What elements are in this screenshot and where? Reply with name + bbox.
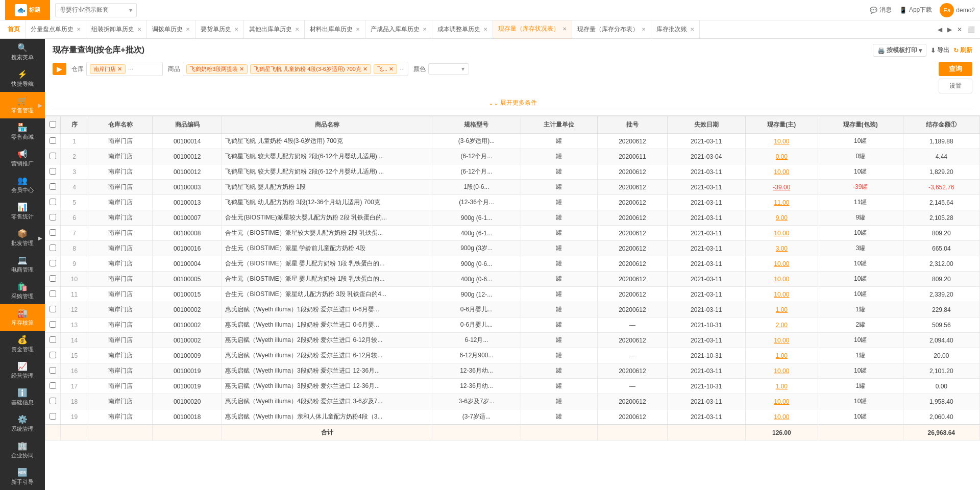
sidebar-item-retail-mgmt[interactable]: 🛒 零售管理 ▶ (0, 92, 45, 118)
close-icon[interactable]: ✕ (423, 27, 427, 32)
sidebar-item-retail-stats[interactable]: 📊 零售统计 (0, 198, 45, 225)
sidebar-item-marketing[interactable]: 📢 营销推广 (0, 145, 45, 172)
cell-check[interactable] (45, 333, 61, 348)
tab-disassemble[interactable]: 组装拆卸单历史 ✕ (86, 20, 147, 39)
close-icon[interactable]: ✕ (137, 27, 141, 32)
row-checkbox[interactable] (50, 137, 56, 144)
row-checkbox[interactable] (50, 352, 56, 358)
close-icon[interactable]: ✕ (295, 27, 299, 32)
sidebar-item-operations[interactable]: 📈 经营管理 (0, 357, 45, 384)
close-icon[interactable]: ✕ (483, 27, 487, 32)
sidebar-item-wholesale[interactable]: 📦 批发管理 ▶ (0, 225, 45, 251)
cell-stock-main[interactable]: 9.00 (745, 210, 818, 226)
tab-split-inventory[interactable]: 分量盘点单历史 ✕ (26, 20, 86, 39)
refresh-btn[interactable]: ↻ 刷新 (953, 44, 972, 57)
template-print-btn[interactable]: 🖨️ 按模板打印 ▾ (873, 44, 926, 57)
cell-check[interactable] (45, 409, 61, 425)
cell-stock-main[interactable]: 0.00 (745, 149, 818, 164)
row-checkbox[interactable] (50, 183, 56, 190)
cell-stock-main[interactable]: 10.00 (745, 164, 818, 180)
messages-btn[interactable]: 💬 消息 (870, 6, 892, 14)
cell-check[interactable] (45, 363, 61, 379)
cell-stock-main[interactable]: 10.00 (745, 333, 818, 348)
cell-check[interactable] (45, 226, 61, 241)
settings-btn[interactable]: 设置 (939, 79, 972, 93)
cell-check[interactable] (45, 195, 61, 210)
sidebar-item-new-guide[interactable]: 🆕 新手引导 (0, 463, 45, 490)
expand-filter-btn[interactable]: ▶ (53, 63, 66, 75)
cell-stock-main[interactable]: 10.00 (745, 272, 818, 287)
tab-cost-adjust[interactable]: 成本调整单历史 ✕ (432, 20, 493, 39)
cell-check[interactable] (45, 287, 61, 302)
close-icon[interactable]: ✕ (690, 27, 694, 32)
user-avatar-area[interactable]: Ea demo2 (940, 3, 975, 17)
close-icon[interactable]: ✕ (642, 27, 646, 32)
cell-stock-main[interactable]: 10.00 (745, 226, 818, 241)
cell-stock-main[interactable]: 2.00 (745, 317, 818, 333)
tab-requisition[interactable]: 要货单历史 ✕ (195, 20, 244, 39)
cell-stock-main[interactable]: 11.00 (745, 195, 818, 210)
row-checkbox[interactable] (50, 382, 56, 389)
sidebar-item-quicknav[interactable]: ⚡ 快捷导航 (0, 65, 45, 92)
warehouse-tags[interactable]: 南岸门店 ✕ ··· (86, 62, 163, 76)
sidebar-item-sys-mgmt[interactable]: ⚙️ 系统管理 (0, 410, 45, 437)
warehouse-more-btn[interactable]: ··· (128, 65, 133, 72)
row-checkbox[interactable] (50, 153, 56, 159)
cell-check[interactable] (45, 134, 61, 149)
cell-check[interactable] (45, 210, 61, 226)
row-checkbox[interactable] (50, 214, 56, 220)
close-icon[interactable]: ✕ (186, 27, 190, 32)
sidebar-item-ecom[interactable]: 💻 电商管理 (0, 251, 45, 278)
row-checkbox[interactable] (50, 398, 56, 404)
sidebar-item-search[interactable]: 🔍 搜索英单 (0, 39, 45, 65)
cell-check[interactable] (45, 348, 61, 363)
cell-stock-main[interactable]: 1.00 (745, 379, 818, 394)
row-checkbox[interactable] (50, 413, 56, 420)
logo[interactable]: 🐟 标题 (5, 0, 50, 20)
cell-stock-main[interactable]: 10.00 (745, 256, 818, 272)
query-btn[interactable]: 查询 (939, 62, 972, 76)
tab-prev-btn[interactable]: ◀ (935, 26, 945, 33)
cell-stock-main[interactable]: -39.00 (745, 180, 818, 195)
row-checkbox[interactable] (50, 336, 56, 343)
row-checkbox[interactable] (50, 306, 56, 312)
tag-close-icon[interactable]: ✕ (239, 66, 244, 72)
cell-stock-main[interactable]: 10.00 (745, 287, 818, 302)
row-checkbox[interactable] (50, 290, 56, 297)
color-input[interactable]: ▾ (428, 63, 469, 75)
tab-material-out[interactable]: 材料出库单历史 ✕ (305, 20, 365, 39)
tab-close-all-btn[interactable]: ✕ (954, 26, 965, 33)
tab-other-out[interactable]: 其他出库单历史 ✕ (244, 20, 305, 39)
col-header-check[interactable] (45, 116, 61, 134)
sidebar-item-base-info[interactable]: ℹ️ 基础信息 (0, 384, 45, 410)
cell-stock-main[interactable]: 10.00 (745, 394, 818, 409)
tag-close-icon[interactable]: ✕ (363, 66, 368, 72)
cell-check[interactable] (45, 379, 61, 394)
close-icon[interactable]: ✕ (77, 27, 81, 32)
row-checkbox[interactable] (50, 244, 56, 251)
row-checkbox[interactable] (50, 367, 56, 374)
product-more-btn[interactable]: ··· (400, 65, 405, 72)
cell-check[interactable] (45, 164, 61, 180)
tab-transfer[interactable]: 调拨单历史 ✕ (147, 20, 195, 39)
cell-stock-main[interactable]: 10.00 (745, 409, 818, 425)
cell-stock-main[interactable]: 1.00 (745, 348, 818, 363)
cell-check[interactable] (45, 317, 61, 333)
tab-stock-status[interactable]: 现存量（库存状况表） ✕ (493, 20, 572, 39)
row-checkbox[interactable] (50, 321, 56, 328)
cell-check[interactable] (45, 394, 61, 409)
tab-next-btn[interactable]: ▶ (945, 26, 954, 33)
sidebar-item-inventory[interactable]: 🏭 库存核算 (0, 304, 45, 331)
row-checkbox[interactable] (50, 199, 56, 205)
row-checkbox[interactable] (50, 168, 56, 175)
tab-batch-ledger[interactable]: 库存批次账 ✕ (651, 20, 700, 39)
close-icon[interactable]: ✕ (356, 27, 360, 32)
cell-check[interactable] (45, 256, 61, 272)
company-selector[interactable]: 母婴行业演示账套 ▾ (55, 3, 137, 17)
sidebar-item-finance[interactable]: 💰 资金管理 (0, 331, 45, 357)
select-all-checkbox[interactable] (50, 121, 56, 128)
cell-check[interactable] (45, 272, 61, 287)
export-btn[interactable]: ⬇ 导出 (930, 44, 949, 57)
cell-check[interactable] (45, 241, 61, 256)
cell-stock-main[interactable]: 10.00 (745, 363, 818, 379)
